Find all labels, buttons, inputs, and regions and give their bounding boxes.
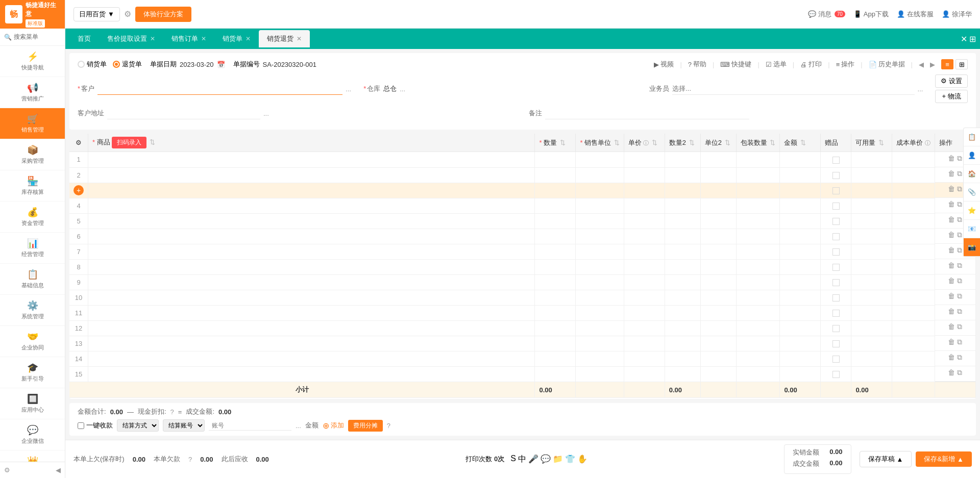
shortcuts-btn[interactable]: ⌨ 快捷键 <box>720 60 751 69</box>
row-unit-8[interactable] <box>576 259 624 274</box>
right-icon-6[interactable]: 📧 <box>964 220 980 238</box>
remark-input[interactable] <box>545 107 749 119</box>
row-unit-7[interactable] <box>576 244 624 259</box>
row-copy-btn-12[interactable]: ⧉ <box>957 322 962 333</box>
operate-btn[interactable]: ≡ 操作 <box>836 60 855 69</box>
row-copy-btn-3[interactable]: ⧉ <box>957 185 962 195</box>
row-unit-4[interactable] <box>576 198 624 213</box>
row-amount-6[interactable] <box>780 229 821 244</box>
row-amount-12[interactable] <box>780 320 821 336</box>
cost-info-icon[interactable]: ⓘ <box>925 140 930 146</box>
row-price-5[interactable] <box>624 213 665 229</box>
settings-gear-icon[interactable]: ⚙ <box>4 466 10 474</box>
row-copy-btn-2[interactable]: ⧉ <box>957 169 962 180</box>
row-gift-1[interactable] <box>821 152 851 168</box>
print-btn[interactable]: 🖨 打印 <box>800 60 822 69</box>
gift-checkbox-11[interactable] <box>832 310 840 317</box>
row-qty2-10[interactable] <box>665 290 700 305</box>
row-qty-3[interactable] <box>535 183 576 198</box>
row-avail-14[interactable] <box>851 351 892 366</box>
salesperson-input[interactable] <box>672 83 914 95</box>
row-qty2-5[interactable] <box>665 213 700 229</box>
row-price-14[interactable] <box>624 351 665 366</box>
sidebar-item-finance[interactable]: 💰 资金管理 <box>0 202 65 233</box>
row-copy-btn-13[interactable]: ⧉ <box>957 338 962 348</box>
row-pack-12[interactable] <box>736 320 780 336</box>
toolbar-icon-7[interactable]: ✋ <box>577 454 587 465</box>
row-unit2-12[interactable] <box>700 320 736 336</box>
row-amount-9[interactable] <box>780 274 821 290</box>
message-btn[interactable]: 💬 消息 70 <box>808 10 845 19</box>
row-avail-2[interactable] <box>851 167 892 183</box>
row-pack-1[interactable] <box>736 152 780 168</box>
row-delete-btn-7[interactable]: 🗑 <box>948 246 955 257</box>
row-delete-btn-12[interactable]: 🗑 <box>948 322 955 333</box>
row-copy-btn-14[interactable]: ⧉ <box>957 353 962 364</box>
sidebar-item-apps[interactable]: 🔲 应用中心 <box>0 388 65 419</box>
row-copy-btn-15[interactable]: ⧉ <box>957 368 962 379</box>
row-price-8[interactable] <box>624 259 665 274</box>
row-pack-13[interactable] <box>736 336 780 351</box>
row-unit-11[interactable] <box>576 305 624 320</box>
tab-sale-delivery[interactable]: 销货单 ✕ <box>214 30 259 47</box>
row-delete-btn-6[interactable]: 🗑 <box>948 231 955 241</box>
avail-sort-icon[interactable]: ⇅ <box>878 139 884 146</box>
row-product-12[interactable] <box>88 320 535 336</box>
calc-method-select[interactable]: 结算方式 <box>117 419 159 432</box>
row-price-15[interactable] <box>624 366 665 382</box>
row-qty2-12[interactable] <box>665 320 700 336</box>
row-cost-15[interactable] <box>892 366 935 382</box>
discount-info-icon[interactable]: ? <box>170 408 174 416</box>
row-product-6[interactable] <box>88 229 535 244</box>
row-copy-btn-6[interactable]: ⧉ <box>957 231 962 241</box>
row-amount-2[interactable] <box>780 167 821 183</box>
right-icon-4[interactable]: 📎 <box>964 183 980 202</box>
calendar-icon[interactable]: 📅 <box>217 61 225 68</box>
row-gift-2[interactable] <box>821 167 851 183</box>
row-pack-10[interactable] <box>736 290 780 305</box>
row-avail-13[interactable] <box>851 336 892 351</box>
row-gift-3[interactable] <box>821 183 851 198</box>
row-amount-1[interactable] <box>780 152 821 168</box>
collapse-icon[interactable]: ◀ <box>56 466 61 474</box>
row-qty2-4[interactable] <box>665 198 700 213</box>
row-unit-15[interactable] <box>576 366 624 382</box>
sidebar-item-marketing[interactable]: 📢 营销推广 <box>0 77 65 108</box>
row-amount-5[interactable] <box>780 213 821 229</box>
salesperson-dots[interactable]: ... <box>918 85 923 93</box>
row-unit2-4[interactable] <box>700 198 736 213</box>
price-info-icon[interactable]: ⓘ <box>643 140 649 146</box>
row-avail-8[interactable] <box>851 259 892 274</box>
row-unit2-6[interactable] <box>700 229 736 244</box>
warehouse-dots[interactable]: ... <box>400 85 405 93</box>
row-product-13[interactable] <box>88 336 535 351</box>
row-amount-8[interactable] <box>780 259 821 274</box>
row-gift-11[interactable] <box>821 305 851 320</box>
row-delete-btn-5[interactable]: 🗑 <box>948 215 955 226</box>
row-product-1[interactable] <box>88 152 535 168</box>
row-action-9[interactable]: 🗑 ⧉ <box>935 274 976 290</box>
row-gift-5[interactable] <box>821 213 851 229</box>
row-gift-6[interactable] <box>821 229 851 244</box>
address-input[interactable] <box>107 107 260 119</box>
unit2-sort-icon[interactable]: ⇅ <box>725 139 730 146</box>
right-icon-3[interactable]: 🏠 <box>964 165 980 183</box>
row-gift-9[interactable] <box>821 274 851 290</box>
row-unit-12[interactable] <box>576 320 624 336</box>
gift-checkbox-4[interactable] <box>832 203 840 210</box>
row-pack-9[interactable] <box>736 274 780 290</box>
row-qty-5[interactable] <box>535 213 576 229</box>
row-qty-13[interactable] <box>535 336 576 351</box>
row-action-10[interactable]: 🗑 ⧉ <box>935 290 976 305</box>
row-cost-1[interactable] <box>892 152 935 168</box>
row-pack-6[interactable] <box>736 229 780 244</box>
row-action-8[interactable]: 🗑 ⧉ <box>935 259 976 274</box>
row-avail-15[interactable] <box>851 366 892 382</box>
sort-icon[interactable]: ⇅ <box>150 138 155 146</box>
row-product-10[interactable] <box>88 290 535 305</box>
gift-checkbox-6[interactable] <box>832 233 840 240</box>
row-qty2-3[interactable] <box>665 183 700 198</box>
row-cost-14[interactable] <box>892 351 935 366</box>
row-avail-10[interactable] <box>851 290 892 305</box>
row-qty2-6[interactable] <box>665 229 700 244</box>
